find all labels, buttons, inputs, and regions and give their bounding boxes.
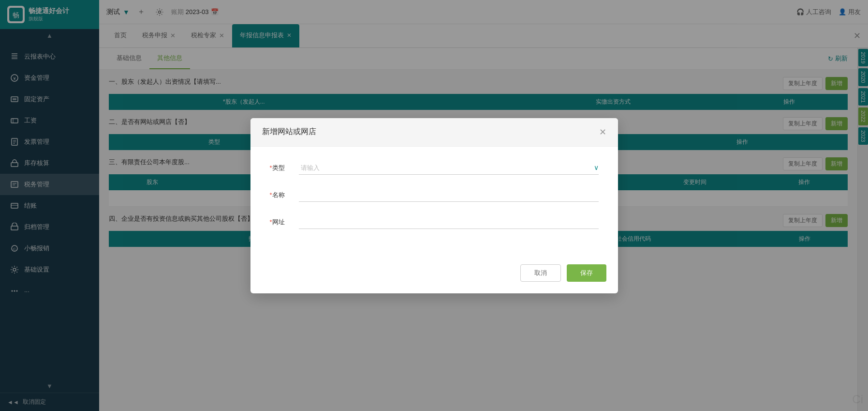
dialog-overlay[interactable]: 新增网站或网店 ✕ *类型 ∨ *名称	[0, 0, 868, 411]
cancel-button[interactable]: 取消	[520, 264, 561, 282]
url-input-wrapper	[299, 215, 599, 229]
form-row-name: *名称	[270, 188, 599, 202]
url-label: *网址	[270, 218, 299, 227]
dialog-body: *类型 ∨ *名称 *网址	[250, 147, 618, 257]
type-required: *	[270, 164, 272, 171]
dialog-header: 新增网站或网店 ✕	[250, 118, 618, 147]
form-row-type: *类型 ∨	[270, 161, 599, 175]
name-input-wrapper	[299, 188, 599, 202]
dialog-footer: 取消 保存	[250, 257, 618, 293]
add-website-dialog: 新增网站或网店 ✕ *类型 ∨ *名称	[250, 118, 618, 293]
dialog-close-btn[interactable]: ✕	[599, 127, 606, 137]
type-input-wrapper: ∨	[299, 161, 599, 175]
type-label: *类型	[270, 164, 299, 172]
url-input[interactable]	[299, 215, 599, 228]
save-button[interactable]: 保存	[567, 264, 606, 282]
type-input[interactable]	[299, 161, 594, 174]
name-input[interactable]	[299, 188, 599, 201]
type-dropdown-icon[interactable]: ∨	[594, 164, 599, 171]
name-label: *名称	[270, 191, 299, 199]
dialog-title: 新增网站或网店	[262, 127, 316, 137]
url-required: *	[270, 218, 272, 226]
form-row-url: *网址	[270, 215, 599, 229]
name-required: *	[270, 191, 272, 198]
